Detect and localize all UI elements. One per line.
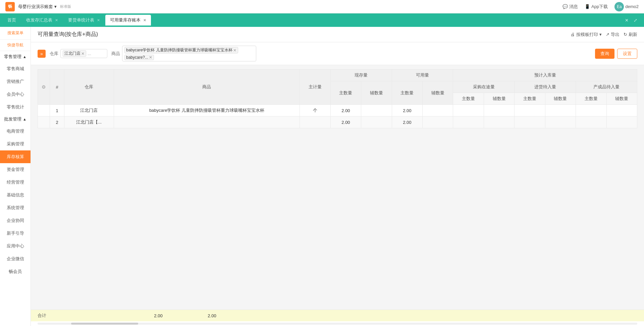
remove-product-tag-1[interactable]: ✕ xyxy=(233,48,236,53)
user-profile[interactable]: Ea demo2 xyxy=(614,2,639,11)
sidebar-item-wechat[interactable]: 企业微信 xyxy=(0,252,31,265)
page-header: 可用量查询(按仓库+商品) 🖨 按模板打印 ▾ ↗ 导出 ↻ 刷新 xyxy=(31,27,644,42)
th-current-main-qty: 主数量 xyxy=(330,81,361,105)
td-proc-main-1 xyxy=(453,105,484,117)
app-logo: 畅 xyxy=(5,2,15,11)
td-proc-aux-1 xyxy=(484,105,514,117)
td-inc-aux-1 xyxy=(545,105,576,117)
table-footer: 合计 2.00 2.00 xyxy=(31,310,644,321)
tab-order-stats[interactable]: 要货单统计表 ✕ xyxy=(63,15,105,26)
th-planned-inbound: 预计入库量 xyxy=(453,69,637,81)
tab-stock-summary[interactable]: 收发存汇总表 ✕ xyxy=(21,15,63,26)
settings-btn[interactable]: 设置 xyxy=(617,49,637,59)
sidebar-item-base-info[interactable]: 基础信息 xyxy=(0,189,31,201)
td-unit-2 xyxy=(300,117,330,128)
td-current-main-2: 2.00 xyxy=(330,117,361,128)
th-current-stock: 现存量 xyxy=(330,69,392,81)
sidebar-item-app-center[interactable]: 应用中心 xyxy=(0,240,31,252)
sidebar-quick-nav[interactable]: 快捷导航 xyxy=(0,40,31,51)
th-available-main-qty: 主数量 xyxy=(392,81,422,105)
sidebar-item-purchase[interactable]: 采购管理 xyxy=(0,138,31,150)
sidebar-item-marketing[interactable]: 营销推广 xyxy=(0,75,31,88)
th-procurement-aux: 辅数量 xyxy=(484,93,514,105)
warehouse-label: 仓库 xyxy=(50,51,58,57)
td-inc-aux-2 xyxy=(545,117,576,128)
expand-tabs-btn[interactable]: ⤢ xyxy=(632,17,639,24)
warehouse-tag-jiangbei[interactable]: 江北门店 ✕ xyxy=(63,50,86,57)
close-all-tabs-btn[interactable]: ✕ xyxy=(623,17,630,24)
th-warehouse: 仓库 xyxy=(64,69,114,105)
print-icon: 🖨 xyxy=(571,32,575,37)
th-available-aux-qty: 辅数量 xyxy=(423,81,453,105)
sidebar-item-retail-mall[interactable]: 零售商城 xyxy=(0,62,31,75)
th-procurement: 采购在途量 xyxy=(453,81,515,93)
sidebar-item-operations[interactable]: 经营管理 xyxy=(0,176,31,189)
print-dropdown-icon: ▾ xyxy=(599,32,602,37)
product-tag-input[interactable]: babycare学饮杯 儿童防摔防撞吸管杯重力球吸嘴杯宝宝水杯 ✕ babyca… xyxy=(122,46,256,61)
query-btn[interactable]: 查询 xyxy=(595,49,614,59)
scroll-track[interactable] xyxy=(38,323,637,325)
product-tag-babycare2[interactable]: babycare?... ✕ xyxy=(124,55,154,60)
table-row: 1 江北门店 babycare学饮杯 儿童防摔防撞吸管杯重力球吸嘴杯宝宝水杯 个… xyxy=(38,105,637,117)
print-btn[interactable]: 🖨 按模板打印 ▾ xyxy=(571,32,602,38)
td-product-2 xyxy=(114,117,300,128)
tab-controls: ✕ ⤢ xyxy=(621,17,641,24)
app-download-action[interactable]: 📱 App下载 xyxy=(585,4,608,10)
warehouse-tag-input[interactable]: 江北门店 ✕ ... xyxy=(60,49,107,58)
sidebar-item-system[interactable]: 系统管理 xyxy=(0,201,31,214)
column-settings-icon[interactable]: ⚙ xyxy=(42,84,46,90)
th-incoming: 进货待入量 xyxy=(515,81,576,93)
td-prod-main-1 xyxy=(576,105,606,117)
sidebar-item-ecommerce[interactable]: 电商管理 xyxy=(0,125,31,138)
sidebar-item-enterprise[interactable]: 企业协同 xyxy=(0,214,31,227)
sidebar-group-retail[interactable]: 零售管理 ▲ xyxy=(0,51,31,62)
message-action[interactable]: 💬 消息 xyxy=(562,4,578,10)
td-current-main-1: 2.00 xyxy=(330,105,361,117)
td-available-main-1: 2.00 xyxy=(392,105,422,117)
sidebar-item-finance[interactable]: 资金管理 xyxy=(0,163,31,176)
warehouse-dots: ... xyxy=(88,51,91,56)
export-btn[interactable]: ↗ 导出 xyxy=(606,32,620,38)
page-actions: 🖨 按模板打印 ▾ ↗ 导出 ↻ 刷新 xyxy=(571,32,637,38)
store-selector[interactable]: 母婴行业演示账套 ▾ xyxy=(18,4,57,10)
sidebar-item-guide[interactable]: 新手引导 xyxy=(0,227,31,240)
scroll-bar-area xyxy=(31,321,644,326)
version-tag: 标准版 xyxy=(60,4,71,9)
td-available-main-2: 2.00 xyxy=(392,117,422,128)
sidebar-item-members[interactable]: 会员中心 xyxy=(0,88,31,101)
table-row: 2 江北门店【... 2.00 2.00 xyxy=(38,117,637,128)
message-icon: 💬 xyxy=(562,4,568,9)
remove-warehouse-tag[interactable]: ✕ xyxy=(81,51,85,56)
footer-current-main: 2.00 xyxy=(145,313,172,318)
close-tab-available-stock[interactable]: ✕ xyxy=(143,18,146,22)
td-warehouse-1: 江北门店 xyxy=(64,105,114,117)
close-tab-stock-summary[interactable]: ✕ xyxy=(55,18,58,22)
product-tag-babycare[interactable]: babycare学饮杯 儿童防摔防撞吸管杯重力球吸嘴杯宝宝水杯 ✕ xyxy=(124,47,238,53)
remove-product-tag-2[interactable]: ✕ xyxy=(149,55,152,60)
wholesale-group-arrow: ▲ xyxy=(23,117,26,121)
td-inc-main-2 xyxy=(515,117,545,128)
tab-home[interactable]: 首页 xyxy=(3,15,21,26)
sidebar-item-stock[interactable]: 库存核算 xyxy=(0,150,31,163)
close-tab-order-stats[interactable]: ✕ xyxy=(97,18,100,22)
footer-available-main: 2.00 xyxy=(199,313,225,318)
refresh-btn[interactable]: ↻ 刷新 xyxy=(624,32,637,38)
td-current-aux-2 xyxy=(361,117,392,128)
td-unit-1: 个 xyxy=(300,105,330,117)
scroll-thumb[interactable] xyxy=(71,323,138,325)
product-label: 商品 xyxy=(111,51,120,57)
th-procurement-main: 主数量 xyxy=(453,93,484,105)
td-proc-aux-2 xyxy=(484,117,514,128)
warehouse-filter: 仓库 江北门店 ✕ ... xyxy=(50,49,107,58)
data-table: ⚙ # 仓库 商品 主计量 现存量 可用量 预计入库量 主数量 辅数量 主数量 xyxy=(38,69,637,128)
filter-expand-btn[interactable]: » xyxy=(38,50,46,58)
sidebar-item-retail-stats[interactable]: 零售统计 xyxy=(0,101,31,113)
tab-available-stock[interactable]: 可用量库存账本 ✕ xyxy=(105,15,151,26)
sidebar-item-member[interactable]: 畅会员 xyxy=(0,265,31,278)
sidebar-group-wholesale[interactable]: 批发管理 ▲ xyxy=(0,113,31,125)
th-product: 商品 xyxy=(114,69,300,105)
product-filter: 商品 babycare学饮杯 儿童防摔防撞吸管杯重力球吸嘴杯宝宝水杯 ✕ bab… xyxy=(111,46,256,61)
sidebar-search[interactable]: 搜索菜单 xyxy=(0,27,31,40)
td-prod-main-2 xyxy=(576,117,606,128)
top-bar: 畅 母婴行业演示账套 ▾ 标准版 💬 消息 📱 App下载 Ea demo2 xyxy=(0,0,644,13)
